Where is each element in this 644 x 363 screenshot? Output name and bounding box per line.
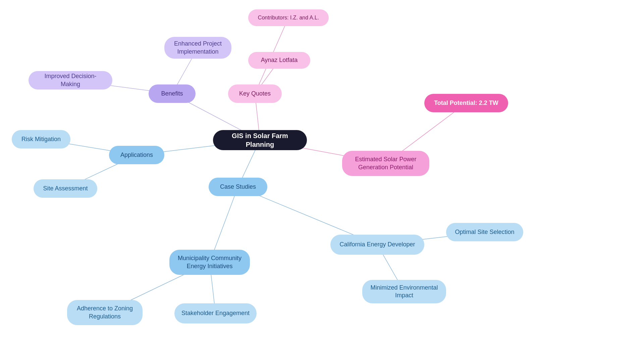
- optimal-site-node: Optimal Site Selection: [446, 223, 523, 241]
- estimated-solar-node: Estimated Solar PowerGeneration Potentia…: [342, 151, 429, 176]
- contributors-node: Contributors: I.Z. and A.L.: [248, 9, 329, 26]
- enhanced-project-node: Enhanced ProjectImplementation: [164, 37, 231, 59]
- minimized-env-node: Minimized EnvironmentalImpact: [362, 280, 446, 303]
- case-studies-node: Case Studies: [209, 178, 267, 196]
- aynaz-node: Aynaz Lotfata: [248, 52, 310, 69]
- center-node: GIS in Solar Farm Planning: [213, 130, 307, 150]
- site-assessment-node: Site Assessment: [34, 179, 97, 198]
- municipality-node: Municipality CommunityEnergy Initiatives: [169, 250, 250, 275]
- california-energy-node: California Energy Developer: [330, 235, 424, 255]
- improved-decision-node: Improved Decision-Making: [29, 71, 112, 89]
- municipality-label: Municipality CommunityEnergy Initiatives: [178, 254, 241, 270]
- key-quotes-node: Key Quotes: [228, 84, 282, 103]
- enhanced-project-label: Enhanced ProjectImplementation: [174, 40, 222, 56]
- risk-mitigation-node: Risk Mitigation: [12, 130, 70, 148]
- stakeholder-node: Stakeholder Engagement: [174, 303, 257, 323]
- applications-node: Applications: [109, 146, 164, 164]
- minimized-env-label: Minimized EnvironmentalImpact: [370, 284, 438, 300]
- total-potential-node: Total Potential: 2.2 TW: [424, 94, 508, 112]
- adherence-node: Adherence to ZoningRegulations: [67, 300, 143, 325]
- adherence-label: Adherence to ZoningRegulations: [77, 305, 133, 320]
- benefits-node: Benefits: [149, 84, 196, 103]
- estimated-solar-label: Estimated Solar PowerGeneration Potentia…: [355, 156, 416, 171]
